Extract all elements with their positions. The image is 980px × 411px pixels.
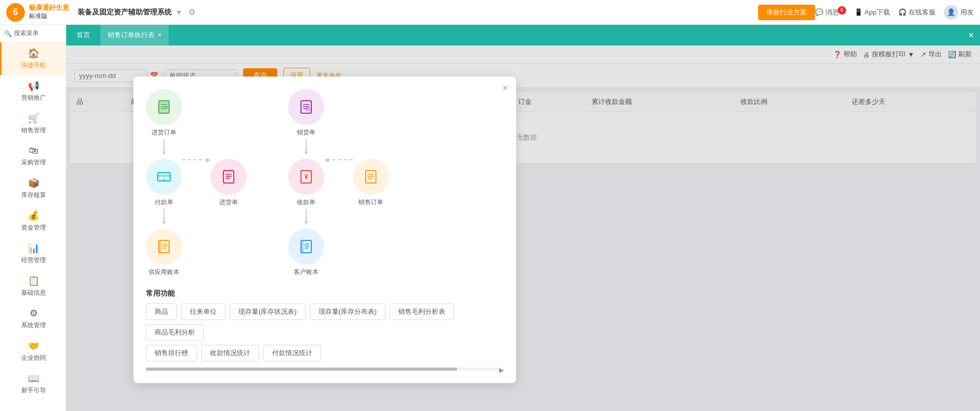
func-btn-sales-profit[interactable]: 销售毛利分析表 xyxy=(389,303,454,320)
search-menu-button[interactable]: 🔍 搜索菜单 xyxy=(0,25,66,42)
payment-node[interactable]: ¥ 付款单 xyxy=(146,159,182,207)
func-btn-payment-stats[interactable]: 付款情况统计 xyxy=(263,345,321,361)
sales-bill-circle xyxy=(288,89,324,125)
common-functions-title: 常用功能 xyxy=(146,289,504,298)
arrow-down-3: ▼ xyxy=(303,139,309,157)
sidebar-item-quick-nav[interactable]: 🏠 快捷导航 xyxy=(0,42,66,75)
purchase-icon: 🛍 xyxy=(29,145,38,156)
logo-text: 畅康通好生意 标准版 xyxy=(29,4,69,20)
svg-rect-21 xyxy=(306,107,310,111)
left-flow-col: 进货订单 ▼ xyxy=(146,89,182,277)
headset-icon: 🎧 xyxy=(898,8,907,16)
svg-text:¥: ¥ xyxy=(163,178,165,181)
finance-icon: 💰 xyxy=(28,210,39,221)
gear-icon[interactable]: ⚙ xyxy=(186,5,198,19)
main-area: 🔍 搜索菜单 🏠 快捷导航 📢 营销推广 🛒 销售管理 🛍 采购管理 📦 xyxy=(0,25,980,411)
system-dropdown-icon[interactable]: ▼ xyxy=(176,9,182,16)
popup-overlay[interactable]: × xyxy=(66,45,980,411)
popup-scrollbar[interactable]: ▶ xyxy=(146,368,504,371)
inventory-icon: 📦 xyxy=(28,177,39,189)
download-icon: 📱 xyxy=(854,8,863,16)
tab-sales-order[interactable]: 销售订单执行表 × xyxy=(100,25,169,45)
func-btn-stock-status[interactable]: 现存量(库存状况表) xyxy=(230,303,306,320)
logo-icon: 6 xyxy=(6,3,25,22)
h-arrow-2: ◀ xyxy=(324,156,353,210)
operations-icon: 📊 xyxy=(28,242,39,254)
sidebar-item-finance[interactable]: 💰 资金管理 xyxy=(0,205,66,237)
func-btn-sales-rank[interactable]: 销售排行榜 xyxy=(146,345,197,361)
online-service-button[interactable]: 🎧 在线客服 xyxy=(898,8,936,17)
top-right-area: 💬 消息 6 📱 App下载 🎧 在线客服 👤 用友 xyxy=(815,5,974,20)
message-button[interactable]: 💬 消息 6 xyxy=(815,8,846,17)
message-badge: 6 xyxy=(838,6,846,14)
enterprise-icon: 🤝 xyxy=(28,340,39,352)
supplier-ledger-node[interactable]: 供应商账本 xyxy=(146,229,182,277)
customer-ledger-circle xyxy=(288,229,324,265)
sidebar-item-basic-info[interactable]: 📋 基础信息 xyxy=(0,270,66,302)
sidebar-item-enterprise[interactable]: 🤝 企业协同 xyxy=(0,335,66,368)
message-icon: 💬 xyxy=(815,8,823,16)
svg-text:¥: ¥ xyxy=(305,173,308,180)
sales-icon: 🛒 xyxy=(28,113,39,124)
supplier-ledger-circle xyxy=(146,229,182,265)
arrow-down-2: ▼ xyxy=(161,209,167,226)
scroll-right-arrow[interactable]: ▶ xyxy=(499,367,504,374)
arrow-down-1: ▼ xyxy=(161,139,167,157)
sales-bill-node[interactable]: 销货单 xyxy=(288,89,324,137)
svg-rect-9 xyxy=(159,240,161,253)
avatar: 👤 xyxy=(944,5,958,20)
sales-order-circle xyxy=(353,159,389,195)
func-buttons-row2: 销售排行榜 收款情况统计 付款情况统计 xyxy=(146,345,504,361)
func-btn-receipt-stats[interactable]: 收款情况统计 xyxy=(201,345,259,361)
popup-close-button[interactable]: × xyxy=(502,83,508,94)
sidebar: 🔍 搜索菜单 🏠 快捷导航 📢 营销推广 🛒 销售管理 🛍 采购管理 📦 xyxy=(0,25,66,411)
func-btn-goods-profit[interactable]: 商品毛利分析 xyxy=(146,324,204,341)
purchase-bill-circle xyxy=(210,159,247,195)
logo-area: 6 畅康通好生意 标准版 xyxy=(6,3,69,22)
customer-ledger-node[interactable]: 客户账本 xyxy=(288,229,324,277)
purchase-order-circle xyxy=(146,89,182,125)
receipt-circle: ¥ xyxy=(288,159,324,195)
system-icon: ⚙ xyxy=(29,308,38,319)
tab-close-icon[interactable]: × xyxy=(158,32,161,39)
app-wrapper: 6 畅康通好生意 标准版 装备及固定资产辅助管理系统 ▼ ⚙ 体验行业方案 💬 … xyxy=(0,0,980,411)
sidebar-item-marketing[interactable]: 📢 营销推广 xyxy=(0,75,66,108)
arrow-down-4: ▼ xyxy=(303,209,309,226)
app-download-button[interactable]: 📱 App下载 xyxy=(854,8,890,17)
func-buttons-row1: 商品 往来单位 现存量(库存状况表) 现存量(库存分布表) 销售毛利分析表 商品… xyxy=(146,303,504,341)
receipt-node[interactable]: ¥ 收款单 xyxy=(288,159,324,207)
close-all-tabs-icon[interactable]: × xyxy=(968,30,974,41)
payment-circle: ¥ xyxy=(146,159,182,195)
purchase-order-node[interactable]: 进货订单 xyxy=(146,89,182,137)
sidebar-item-inventory[interactable]: 📦 库存核算 xyxy=(0,172,66,205)
quick-nav-popup: × xyxy=(133,77,516,383)
system-name-label: 装备及固定资产辅助管理系统 xyxy=(78,8,172,17)
sidebar-item-operations[interactable]: 📊 经营管理 xyxy=(0,237,66,270)
sidebar-item-sales[interactable]: 🛒 销售管理 xyxy=(0,108,66,140)
sidebar-item-purchase[interactable]: 🛍 采购管理 xyxy=(0,140,66,172)
svg-rect-29 xyxy=(366,171,376,183)
tab-home[interactable]: 首页 xyxy=(66,25,100,45)
home-icon: 🏠 xyxy=(28,48,39,59)
mid-right-flow-col: 销货单 ▼ xyxy=(288,89,324,277)
top-bar: 6 畅康通好生意 标准版 装备及固定资产辅助管理系统 ▼ ⚙ 体验行业方案 💬 … xyxy=(0,0,980,25)
sidebar-item-system[interactable]: ⚙ 系统管理 xyxy=(0,302,66,335)
page-content: ❓ 帮助 🖨 按模板打印 ▼ ↗ 导出 🔄 刷新 xyxy=(66,45,980,411)
h-arrow-1: ▶ xyxy=(182,156,210,210)
func-btn-contacts[interactable]: 往来单位 xyxy=(181,303,225,320)
trial-button[interactable]: 体验行业方案 xyxy=(758,5,815,20)
system-title: 装备及固定资产辅助管理系统 ▼ ⚙ xyxy=(78,5,758,19)
user-menu-button[interactable]: 👤 用友 xyxy=(944,5,974,20)
sidebar-item-guide[interactable]: 📖 新手引导 xyxy=(0,368,66,400)
sales-order-node[interactable]: 销售订单 xyxy=(353,159,389,207)
tab-bar: 首页 销售订单执行表 × × xyxy=(66,25,980,45)
guide-icon: 📖 xyxy=(28,373,39,384)
func-btn-goods[interactable]: 商品 xyxy=(146,303,177,320)
func-btn-stock-dist[interactable]: 现存量(库存分布表) xyxy=(310,303,386,320)
svg-rect-13 xyxy=(223,171,234,183)
basic-info-icon: 📋 xyxy=(28,275,39,286)
purchase-bill-node[interactable]: 进货单 xyxy=(210,159,247,207)
right-flow-col: 销售订单 xyxy=(353,159,389,207)
flow-diagram: 进货订单 ▼ xyxy=(146,89,504,277)
svg-rect-6 xyxy=(158,175,170,177)
